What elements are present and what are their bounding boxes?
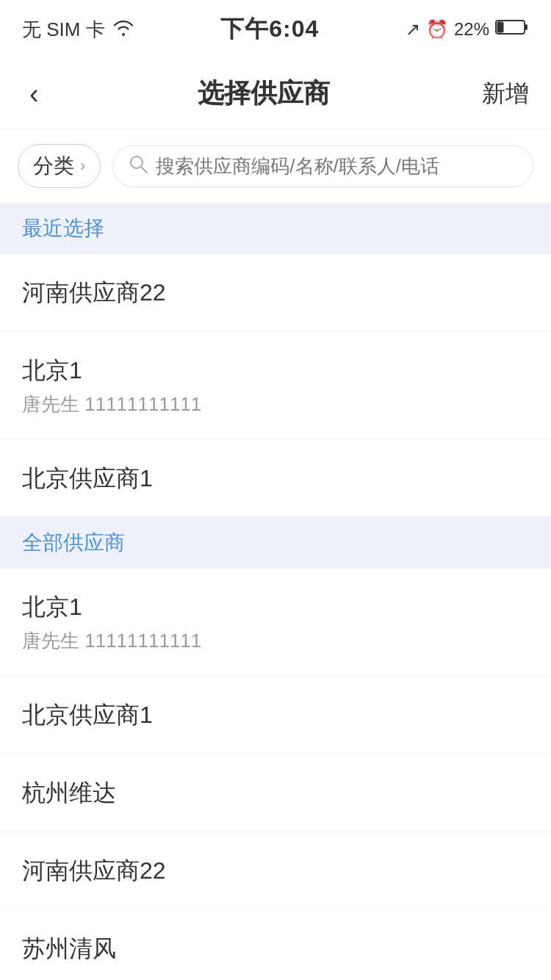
item-name: 北京1 — [22, 591, 529, 624]
no-sim-label: 无 SIM 卡 — [22, 17, 105, 43]
item-name: 北京供应商1 — [22, 699, 529, 732]
list-item[interactable]: 北京供应商1 — [0, 677, 551, 754]
category-label: 分类 — [33, 152, 74, 180]
page-title: 选择供应商 — [198, 76, 330, 112]
all-section-header: 全部供应商 — [0, 517, 551, 569]
wifi-icon — [112, 18, 134, 41]
status-left: 无 SIM 卡 — [22, 17, 134, 43]
item-name: 河南供应商22 — [22, 276, 529, 309]
recent-list: 河南供应商22 北京1 唐先生 11111111111 北京供应商1 — [0, 254, 551, 517]
list-item[interactable]: 北京供应商1 — [0, 440, 551, 518]
status-time: 下午6:04 — [220, 13, 319, 46]
list-item[interactable]: 河南供应商22 — [0, 254, 551, 332]
item-sub: 唐先生 11111111111 — [22, 628, 529, 654]
battery-icon — [495, 18, 529, 40]
item-name: 河南供应商22 — [22, 854, 529, 887]
search-input[interactable] — [156, 155, 518, 178]
list-item[interactable]: 北京1 唐先生 11111111111 — [0, 332, 551, 440]
svg-rect-1 — [525, 24, 527, 30]
location-icon: ↗ — [406, 19, 420, 40]
item-name: 苏州清风 — [22, 932, 529, 965]
chevron-right-icon: › — [80, 156, 85, 176]
search-icon — [128, 154, 148, 179]
list-item[interactable]: 河南供应商22 — [0, 832, 551, 910]
status-bar: 无 SIM 卡 下午6:04 ↗ ⏰ 22% — [0, 0, 551, 59]
item-name: 北京1 — [22, 354, 529, 387]
nav-bar: ‹ 选择供应商 新增 — [0, 59, 551, 129]
svg-line-4 — [141, 167, 147, 173]
item-name: 北京供应商1 — [22, 462, 529, 495]
svg-rect-2 — [497, 22, 503, 33]
search-box[interactable] — [112, 145, 533, 187]
status-right: ↗ ⏰ 22% — [406, 18, 529, 40]
filter-bar: 分类 › — [0, 129, 551, 203]
recent-section-header: 最近选择 — [0, 203, 551, 254]
all-list: 北京1 唐先生 11111111111 北京供应商1 杭州维达 河南供应商22 … — [0, 569, 551, 980]
list-item[interactable]: 北京1 唐先生 11111111111 — [0, 569, 551, 677]
item-sub: 唐先生 11111111111 — [22, 392, 529, 417]
alarm-icon: ⏰ — [426, 19, 448, 40]
item-name: 杭州维达 — [22, 777, 529, 810]
category-button[interactable]: 分类 › — [18, 144, 101, 188]
list-item[interactable]: 苏州清风 — [0, 910, 551, 980]
list-item[interactable]: 杭州维达 — [0, 754, 551, 832]
back-button[interactable]: ‹ — [22, 73, 46, 115]
new-action-button[interactable]: 新增 — [482, 78, 529, 110]
all-header-label: 全部供应商 — [22, 531, 125, 554]
recent-header-label: 最近选择 — [22, 217, 104, 239]
battery-percent: 22% — [454, 19, 489, 40]
